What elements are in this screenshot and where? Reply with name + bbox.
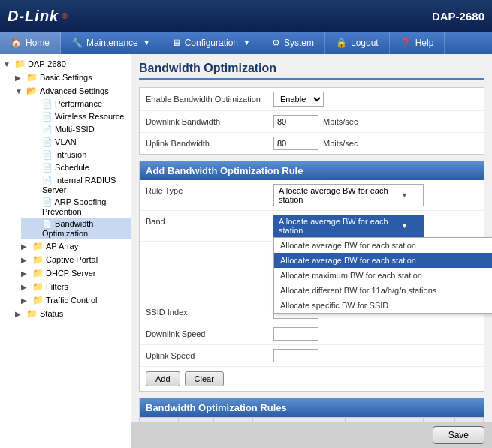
dhcp-folder-icon: 📁 <box>32 268 44 278</box>
nav-logout[interactable]: 🔒 Logout <box>325 32 390 54</box>
add-button[interactable]: Add <box>146 371 180 386</box>
rule-type-select[interactable]: Allocate average BW for each station ▼ <box>273 184 424 206</box>
nav-help[interactable]: ❓ Help <box>390 32 445 54</box>
uplink-control: Mbits/sec <box>273 137 358 150</box>
nav-configuration-label: Configuration <box>185 38 238 48</box>
sidebar-item-internal-radius[interactable]: 📄 Internal RADIUS Server <box>21 174 131 196</box>
sidebar-item-advanced-settings[interactable]: ▼ 📂 Advanced Settings <box>9 84 131 98</box>
enable-label: Enable Bandwidth Optimization <box>146 95 273 104</box>
nav-help-label: Help <box>415 38 434 48</box>
nav-home-label: Home <box>26 38 50 48</box>
uplink-input[interactable] <box>273 137 318 150</box>
basic-settings-section: Enable Bandwidth Optimization Enable Dis… <box>139 87 484 155</box>
clear-button[interactable]: Clear <box>185 371 224 386</box>
logo-text: D-Link <box>8 8 59 25</box>
uplink-label: Uplink Bandwidth <box>146 139 273 148</box>
root-expand-icon: ▼ <box>3 60 12 68</box>
uplink-row: Uplink Bandwidth Mbits/sec <box>140 133 484 154</box>
logo: D-Link ® <box>8 8 68 25</box>
sidebar-item-wireless-resource[interactable]: 📄 Wireless Resource <box>21 110 131 123</box>
sidebar-item-intrusion[interactable]: 📄 Intrusion <box>21 149 131 161</box>
button-row: Add Clear <box>140 367 484 391</box>
sidebar-status-label: Status <box>40 309 63 318</box>
sidebar-item-vlan[interactable]: 📄 VLAN <box>21 136 131 149</box>
sidebar-item-ap-array[interactable]: ▶ 📁 AP Array <box>21 239 131 253</box>
uplink-speed-label: Uplink Speed <box>146 349 273 360</box>
dropdown-option-3[interactable]: Allocate maximum BW for each station <box>274 268 492 283</box>
sidebar-item-captive-portal[interactable]: ▶ 📁 Captive Portal <box>21 253 131 266</box>
home-icon: 🏠 <box>11 38 22 48</box>
enable-select[interactable]: Enable Disable <box>273 92 324 107</box>
status-folder-icon: 📁 <box>26 308 38 319</box>
maintenance-arrow-icon: ▼ <box>143 39 150 47</box>
sidebar-item-root[interactable]: ▼ 📁 DAP-2680 <box>0 57 131 71</box>
sidebar-item-bandwidth-opt[interactable]: 📄 Bandwidth Optimization <box>21 218 131 239</box>
uplink-speed-input[interactable] <box>273 349 318 362</box>
save-button[interactable]: Save <box>433 426 484 444</box>
downlink-speed-input[interactable] <box>273 327 318 341</box>
advanced-folder-icon: 📂 <box>26 86 38 96</box>
nav-maintenance-label: Maintenance <box>86 38 138 48</box>
dhcp-server-label: DHCP Server <box>46 269 95 278</box>
rules-header: Bandwidth Optimization Rules <box>140 398 484 417</box>
rule-type-arrow-icon: ▼ <box>401 191 408 199</box>
performance-icon: 📄 <box>42 99 53 108</box>
nav-home[interactable]: 🏠 Home <box>0 32 61 54</box>
sidebar-item-basic-settings[interactable]: ▶ 📁 Basic Settings <box>9 71 131 84</box>
sidebar-item-schedule[interactable]: 📄 Schedule <box>21 161 131 174</box>
enable-control: Enable Disable <box>273 92 324 107</box>
downlink-input[interactable] <box>273 115 318 128</box>
filters-label: Filters <box>46 282 68 291</box>
sidebar: ▼ 📁 DAP-2680 ▶ 📁 Basic Settings ▼ 📂 Adva… <box>0 54 131 448</box>
downlink-unit: Mbits/sec <box>323 117 358 126</box>
model-name: DAP-2680 <box>432 10 484 23</box>
sidebar-item-status[interactable]: ▶ 📁 Status <box>9 307 131 320</box>
nav-maintenance[interactable]: 🔧 Maintenance ▼ <box>61 32 161 54</box>
dropdown-option-1[interactable]: Allocate average BW for each station <box>274 238 492 253</box>
page-title: Bandwidth Optimization <box>139 62 484 80</box>
ap-array-label: AP Array <box>46 242 78 251</box>
rule-type-row: Rule Type Allocate average BW for each s… <box>140 180 484 211</box>
dropdown-option-5[interactable]: Allocate specific BW for SSID <box>274 298 492 313</box>
dhcp-expand-icon: ▶ <box>21 269 30 278</box>
schedule-icon: 📄 <box>42 163 53 172</box>
captive-expand-icon: ▶ <box>21 256 30 264</box>
header: D-Link ® DAP-2680 <box>0 0 492 32</box>
status-expand-icon: ▶ <box>15 310 24 318</box>
downlink-speed-label: Downlink Speed <box>146 327 273 338</box>
band-dropdown-list: Allocate average BW for each station All… <box>273 237 492 314</box>
sidebar-item-traffic-control[interactable]: ▶ 📁 Traffic Control <box>21 293 131 307</box>
sidebar-item-filters[interactable]: ▶ 📁 Filters <box>21 280 131 293</box>
band-label: Band <box>146 215 273 226</box>
intrusion-icon: 📄 <box>42 150 53 159</box>
traffic-control-label: Traffic Control <box>46 296 97 305</box>
dropdown-option-4[interactable]: Allocate different BW for 11a/b/g/n stat… <box>274 283 492 298</box>
basic-expand-icon: ▶ <box>15 74 24 82</box>
nav-configuration[interactable]: 🖥 Configuration ▼ <box>161 32 261 54</box>
captive-folder-icon: 📁 <box>32 254 44 265</box>
dropdown-option-2[interactable]: Allocate average BW for each station <box>274 253 492 268</box>
sidebar-item-multi-ssid[interactable]: 📄 Multi-SSID <box>21 123 131 136</box>
downlink-row: Downlink Bandwidth Mbits/sec <box>140 111 484 133</box>
main-layout: ▼ 📁 DAP-2680 ▶ 📁 Basic Settings ▼ 📂 Adva… <box>0 54 492 448</box>
sidebar-item-dhcp-server[interactable]: ▶ 📁 DHCP Server <box>21 266 131 280</box>
sidebar-item-performance[interactable]: 📄 Performance <box>21 98 131 110</box>
sidebar-item-arp-spoofing[interactable]: 📄 ARP Spoofing Prevention <box>21 196 131 218</box>
filters-folder-icon: 📁 <box>32 281 44 292</box>
multi-ssid-icon: 📄 <box>42 125 53 134</box>
band-arrow-icon: ▼ <box>401 222 408 230</box>
filters-expand-icon: ▶ <box>21 283 30 291</box>
band-select[interactable]: Allocate average BW for each station ▼ <box>273 215 424 237</box>
nav-system[interactable]: ⚙ System <box>261 32 325 54</box>
advanced-expand-icon: ▼ <box>15 87 24 95</box>
configuration-icon: 🖥 <box>172 38 181 48</box>
downlink-speed-control <box>273 327 318 341</box>
sidebar-root-label: DAP-2680 <box>28 59 66 68</box>
wireless-resource-icon: 📄 <box>42 112 53 121</box>
root-folder-icon: 📁 <box>14 59 26 69</box>
logout-icon: 🔒 <box>336 38 347 48</box>
ap-array-expand-icon: ▶ <box>21 242 30 251</box>
uplink-speed-row: Uplink Speed <box>140 345 484 367</box>
uplink-unit: Mbits/sec <box>323 139 358 148</box>
navbar: 🏠 Home 🔧 Maintenance ▼ 🖥 Configuration ▼… <box>0 32 492 54</box>
